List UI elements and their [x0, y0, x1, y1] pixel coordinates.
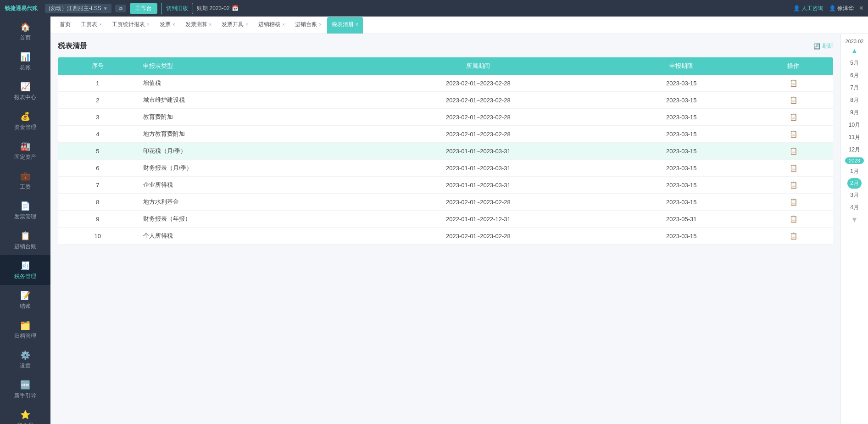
- cell-period: 2022-01-01~2022-12-31: [347, 211, 610, 228]
- tab-purchase-check-label: 进销稽核: [258, 21, 280, 28]
- timeline-month-5[interactable]: 5月: [841, 57, 868, 69]
- timeline-month-6[interactable]: 6月: [841, 69, 868, 82]
- timeline-up-button[interactable]: ▲: [851, 47, 858, 55]
- action-icon[interactable]: 📋: [790, 232, 797, 240]
- cell-type: 增值税: [138, 75, 347, 92]
- timeline-month-7[interactable]: 7月: [841, 82, 868, 94]
- refresh-label: 刷新: [822, 42, 833, 50]
- tab-salary-report-close-icon[interactable]: ×: [147, 22, 150, 27]
- sidebar-item-guide[interactable]: 🆕 新手引导: [0, 374, 50, 404]
- tab-purchase-ledger-label: 进销台账: [295, 21, 317, 28]
- tab-invoice-calc-label: 发票测算: [185, 21, 207, 28]
- tab-home[interactable]: 首页: [55, 17, 75, 33]
- timeline-month-2-active[interactable]: 2月: [847, 178, 862, 189]
- sidebar-item-funds[interactable]: 💰 资金管理: [0, 106, 50, 136]
- sidebar-item-report[interactable]: 📈 报表中心: [0, 76, 50, 106]
- action-icon[interactable]: 📋: [790, 96, 797, 104]
- cell-period: 2023-02-01~2023-02-28: [347, 228, 610, 245]
- timeline-month-4[interactable]: 4月: [841, 201, 868, 214]
- tab-tax-list[interactable]: 税表清册 ×: [327, 17, 363, 33]
- table-row: 10 个人所得税 2023-02-01~2023-02-28 2023-03-1…: [58, 228, 833, 245]
- calendar-icon: 📅: [232, 5, 239, 11]
- cell-index: 1: [58, 75, 138, 92]
- help-button[interactable]: 👤 人工咨询: [793, 5, 823, 12]
- page-title: 税表清册: [58, 41, 87, 51]
- table-row: 8 地方水利基金 2023-02-01~2023-02-28 2023-03-1…: [58, 194, 833, 211]
- user-menu[interactable]: 👤 徐泽华: [829, 5, 854, 12]
- tab-salary-label: 工资表: [81, 21, 97, 28]
- action-icon[interactable]: 📋: [790, 147, 797, 155]
- tab-invoice-open-close-icon[interactable]: ×: [245, 22, 248, 27]
- refresh-button[interactable]: 🔄 刷新: [813, 42, 833, 50]
- tab-invoice-calc-close-icon[interactable]: ×: [209, 22, 212, 27]
- cell-deadline: 2023-03-15: [609, 177, 753, 194]
- tax-table: 序号 申报表类型 所属期间 申报期限 操作 1 增值税 2023-02-01~2…: [58, 57, 833, 245]
- tab-tax-list-close-icon[interactable]: ×: [356, 22, 358, 27]
- timeline-month-8[interactable]: 8月: [841, 94, 868, 106]
- action-icon[interactable]: 📋: [790, 198, 797, 206]
- tab-purchase-check-close-icon[interactable]: ×: [282, 22, 285, 27]
- sidebar-item-settlement[interactable]: 📝 结账: [0, 285, 50, 315]
- report-icon: 📈: [20, 82, 30, 92]
- tab-purchase-ledger[interactable]: 进销台账 ×: [290, 17, 326, 33]
- timeline-down-button[interactable]: ▼: [851, 216, 858, 224]
- sidebar-label-guide: 新手引导: [14, 392, 36, 400]
- timeline-month-9[interactable]: 9月: [841, 106, 868, 119]
- cell-action: 📋: [753, 143, 833, 160]
- sidebar-item-ledger[interactable]: 📊 总账: [0, 46, 50, 76]
- close-button[interactable]: ×: [859, 4, 863, 12]
- timeline-month-10[interactable]: 10月: [841, 119, 868, 131]
- tab-invoice[interactable]: 发票 ×: [155, 17, 180, 33]
- tab-invoice-open[interactable]: 发票开具 ×: [217, 17, 253, 33]
- sidebar-item-tax[interactable]: 🧾 税务管理: [0, 255, 50, 285]
- tab-purchase-ledger-close-icon[interactable]: ×: [319, 22, 322, 27]
- timeline-month-12[interactable]: 12月: [841, 144, 868, 156]
- action-icon[interactable]: 📋: [790, 113, 797, 121]
- col-action: 操作: [753, 57, 833, 75]
- cell-action: 📋: [753, 126, 833, 143]
- tab-invoice-close-icon[interactable]: ×: [172, 22, 175, 27]
- invoice-icon: 📄: [20, 201, 30, 211]
- timeline-month-3[interactable]: 3月: [841, 189, 868, 201]
- sidebar-item-purchase[interactable]: 📋 进销台账: [0, 225, 50, 255]
- sidebar-label-salary: 工资: [20, 183, 31, 191]
- cell-action: 📋: [753, 75, 833, 92]
- tab-purchase-check[interactable]: 进销稽核 ×: [254, 17, 289, 33]
- page-header: 税表清册 🔄 刷新: [58, 41, 833, 51]
- tab-salary-close-icon[interactable]: ×: [99, 22, 102, 27]
- company-selector[interactable]: (勿动）江西服主-LSS ▼: [45, 4, 111, 13]
- table-row: 5 印花税（月/季） 2023-01-01~2023-03-31 2023-03…: [58, 143, 833, 160]
- cell-type: 财务报表（年报）: [138, 211, 347, 228]
- action-icon[interactable]: 📋: [790, 79, 797, 87]
- action-icon[interactable]: 📋: [790, 181, 797, 189]
- action-icon[interactable]: 📋: [790, 215, 797, 223]
- ledger-icon: 📊: [20, 52, 30, 62]
- workbench-button[interactable]: 工作台: [130, 3, 157, 14]
- col-type: 申报表类型: [138, 57, 347, 75]
- sidebar-item-member[interactable]: ⭐ 畅会员: [0, 404, 50, 424]
- cell-period: 2023-02-01~2023-02-28: [347, 92, 610, 109]
- sidebar-item-salary[interactable]: 💼 工资: [0, 166, 50, 195]
- action-icon[interactable]: 📋: [790, 130, 797, 138]
- cell-period: 2023-01-01~2023-03-31: [347, 160, 610, 177]
- action-icon[interactable]: 📋: [790, 164, 797, 172]
- tab-salary-report[interactable]: 工资统计报表 ×: [107, 17, 154, 33]
- settlement-icon: 📝: [20, 290, 30, 301]
- table-row: 6 财务报表（月/季） 2023-01-01~2023-03-31 2023-0…: [58, 160, 833, 177]
- tab-invoice-calc[interactable]: 发票测算 ×: [181, 17, 217, 33]
- timeline-month-11[interactable]: 11月: [841, 131, 868, 144]
- sidebar-item-archive[interactable]: 🗂️ 归档管理: [0, 315, 50, 345]
- table-body: 1 增值税 2023-02-01~2023-02-28 2023-03-15 📋…: [58, 75, 833, 245]
- sidebar-item-fixed[interactable]: 🏭 固定资产: [0, 136, 50, 166]
- timeline-header: 2023.02: [846, 37, 864, 46]
- sidebar-item-invoice[interactable]: 📄 发票管理: [0, 195, 50, 225]
- sidebar-item-settings[interactable]: ⚙️ 设置: [0, 345, 50, 374]
- sidebar-item-home[interactable]: 🏠 首页: [0, 17, 50, 46]
- table-row: 7 企业所得税 2023-01-01~2023-03-31 2023-03-15…: [58, 177, 833, 194]
- timeline-month-1[interactable]: 1月: [841, 165, 868, 178]
- cell-type: 教育费附加: [138, 109, 347, 126]
- col-deadline: 申报期限: [609, 57, 753, 75]
- switch-version-button[interactable]: 切到旧版: [161, 3, 193, 14]
- copy-button[interactable]: ⧉: [115, 5, 126, 12]
- tab-salary[interactable]: 工资表 ×: [76, 17, 106, 33]
